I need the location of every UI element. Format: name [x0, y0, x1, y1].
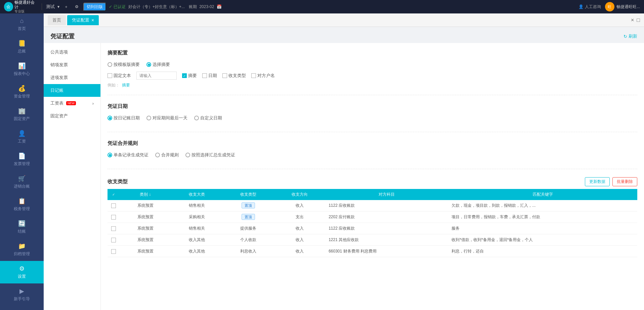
- tab-voucher-config[interactable]: 凭证配置 ×: [67, 15, 99, 25]
- page-title: 凭证配置: [50, 32, 75, 40]
- summary-checkbox[interactable]: ✓ 摘要: [182, 73, 197, 79]
- radio-circle-template: [108, 62, 112, 67]
- type-tag[interactable]: 置顶: [242, 214, 255, 220]
- refresh-button[interactable]: ↻ 刷新: [624, 33, 637, 39]
- radio-circle-select: [146, 62, 151, 67]
- add-button[interactable]: ＋: [62, 3, 70, 10]
- merge-radio-single[interactable]: 单条记录生成凭证: [108, 152, 148, 158]
- home-icon: ⌂: [20, 17, 24, 25]
- content-area: 首页 凭证配置 × × □ 凭证配置 ↻ 刷新: [44, 13, 644, 310]
- switch-old-button[interactable]: 切到旧版: [83, 3, 106, 11]
- sidebar-item-settings[interactable]: ⚙ 设置: [0, 261, 44, 283]
- sidebar-item-ledger[interactable]: 📒 总账: [0, 36, 44, 58]
- logo-icon: 会: [4, 2, 13, 11]
- reports-icon: 📊: [18, 62, 26, 70]
- date-radio-custom[interactable]: 自定义日期: [194, 115, 222, 121]
- sidebar-item-tax[interactable]: 📋 税务管理: [0, 193, 44, 216]
- merge-radio-summary-gen[interactable]: 按照选择汇总生成凭证: [185, 152, 235, 158]
- date-checkbox[interactable]: 日期: [202, 73, 217, 79]
- row-checkbox-cell: [108, 223, 120, 234]
- sidebar-item-archive[interactable]: 📁 归档管理: [0, 238, 44, 261]
- merge-radio-merge[interactable]: 合并规则: [155, 152, 179, 158]
- row-checkbox-cell: [108, 200, 120, 211]
- consult-button[interactable]: 👤 人工咨询: [578, 4, 601, 10]
- row-major-type: 收入其他: [171, 234, 222, 246]
- left-menu-item-journal[interactable]: 日记账: [44, 84, 100, 97]
- sidebar-item-payroll[interactable]: 👤 工资: [0, 126, 44, 148]
- logo: 会 畅捷通好会计 专业版: [4, 0, 38, 13]
- row-checkbox[interactable]: [111, 215, 116, 220]
- tab-close-icon[interactable]: ×: [91, 18, 94, 23]
- summary-section: 摘要配置 按模板版摘要 选择摘要: [108, 50, 637, 95]
- type-tag[interactable]: 置顶: [242, 202, 255, 208]
- invoice-mgmt-icon: 📄: [18, 152, 26, 160]
- sidebar-item-settlement[interactable]: 🔄 结账: [0, 216, 44, 238]
- date-radio-journal[interactable]: 按日记账日期: [108, 115, 140, 121]
- th-category: 类别 ↓: [120, 189, 171, 200]
- settings-button[interactable]: ⚙: [73, 4, 81, 10]
- fixed-text-checkbox[interactable]: 固定文本: [108, 73, 131, 79]
- table-header-row: 收支类型 更新数据 批量删除: [108, 177, 637, 186]
- sidebar: ⌂ 首页 📒 总账 📊 报表中心 💰 资金管理 🏢 固定资产 👤 工资 📄 发票…: [0, 13, 44, 310]
- left-menu-item-purchase-invoice[interactable]: 进项发票: [44, 71, 100, 84]
- type-checkbox[interactable]: 收支类型: [222, 73, 246, 79]
- merge-section: 凭证合并规则 单条记录生成凭证 合并规则: [108, 140, 637, 169]
- row-major-type: 收入其他: [171, 246, 222, 257]
- settings-sidebar-icon: ⚙: [19, 265, 25, 272]
- summary-checkbox-row: 固定文本 ✓ 摘要 日期: [108, 72, 637, 80]
- batch-delete-button[interactable]: 批量删除: [612, 177, 637, 186]
- page-header: 凭证配置 ↻ 刷新: [44, 27, 644, 43]
- counterparty-checkbox[interactable]: 对方户名: [251, 73, 275, 79]
- tab-bar: 首页 凭证配置 × × □: [44, 13, 644, 27]
- window-maximize-button[interactable]: □: [637, 17, 640, 23]
- sidebar-item-funds[interactable]: 💰 资金管理: [0, 81, 44, 103]
- summary-checkbox-box: ✓: [182, 73, 187, 78]
- left-menu-item-payroll-table[interactable]: 工资表 NEW ›: [44, 97, 100, 110]
- summary-radio-group: 按模板版摘要 选择摘要: [108, 62, 637, 68]
- top-bar-dropdown-icon[interactable]: ▾: [57, 4, 59, 9]
- sidebar-item-assets[interactable]: 🏢 固定资产: [0, 103, 44, 126]
- row-checkbox[interactable]: [111, 238, 116, 242]
- row-checkbox[interactable]: [111, 249, 116, 254]
- logo-text: 畅捷通好会计 专业版: [14, 0, 38, 13]
- radio-circle-summary-gen: [185, 153, 190, 157]
- sidebar-item-reports[interactable]: 📊 报表中心: [0, 58, 44, 81]
- merge-section-title: 凭证合并规则: [108, 140, 637, 147]
- row-category: 系统预置: [120, 200, 171, 211]
- update-data-button[interactable]: 更新数据: [585, 177, 610, 186]
- row-checkbox[interactable]: [111, 203, 116, 208]
- table-row: 系统预置 销售相关 提供服务 收入 1122 应收账款 服务: [108, 223, 637, 234]
- th-major-type: 收支大类: [171, 189, 222, 200]
- sidebar-item-home[interactable]: ⌂ 首页: [0, 13, 44, 36]
- row-major-type: 采购相关: [171, 211, 222, 223]
- sidebar-item-purchase-sales[interactable]: 🛒 进销台账: [0, 171, 44, 193]
- sidebar-item-invoice-mgmt[interactable]: 📄 发票管理: [0, 148, 44, 171]
- summary-section-title: 摘要配置: [108, 50, 637, 56]
- summary-radio-template[interactable]: 按模板版摘要: [108, 62, 140, 68]
- ledger-icon: 📒: [18, 40, 26, 47]
- sidebar-item-member[interactable]: 👑 畅会员: [0, 306, 44, 310]
- page-content: 凭证配置 ↻ 刷新 公共选项 销项发票 进项发票: [44, 27, 644, 310]
- summary-radio-select[interactable]: 选择摘要: [146, 62, 170, 68]
- new-badge: NEW: [66, 101, 76, 105]
- merge-radio-group: 单条记录生成凭证 合并规则 按照选择汇总生成凭证: [108, 152, 637, 158]
- window-close-button[interactable]: ×: [631, 17, 634, 23]
- tab-home[interactable]: 首页: [48, 15, 66, 25]
- row-checkbox[interactable]: [111, 226, 116, 231]
- row-counter-account: 2202 应付账款: [325, 211, 448, 223]
- table-row: 系统预置 收入其他 利息收入 收入 660301 财务费用 利息费用 利息，行转…: [108, 246, 637, 257]
- fixed-text-input[interactable]: [136, 72, 177, 80]
- income-expense-section: 收支类型 更新数据 批量删除 ✓: [108, 177, 637, 257]
- radio-circle-merge: [155, 153, 160, 157]
- left-menu-item-sales-invoice[interactable]: 销项发票: [44, 59, 100, 71]
- select-all-checkbox[interactable]: ✓: [111, 192, 116, 197]
- date-radio-period-last[interactable]: 对应期间最后一天: [146, 115, 187, 121]
- row-direction: 收入: [274, 200, 325, 211]
- left-menu-item-fixed-assets[interactable]: 固定资产: [44, 110, 100, 122]
- row-major-type: 销售相关: [171, 200, 222, 211]
- example-text: 例如： 摘要: [108, 82, 637, 88]
- table-actions: 更新数据 批量删除: [585, 177, 637, 186]
- row-checkbox-cell: [108, 246, 120, 257]
- sidebar-item-guide[interactable]: ▶ 新手引导: [0, 283, 44, 306]
- left-menu-item-public[interactable]: 公共选项: [44, 46, 100, 59]
